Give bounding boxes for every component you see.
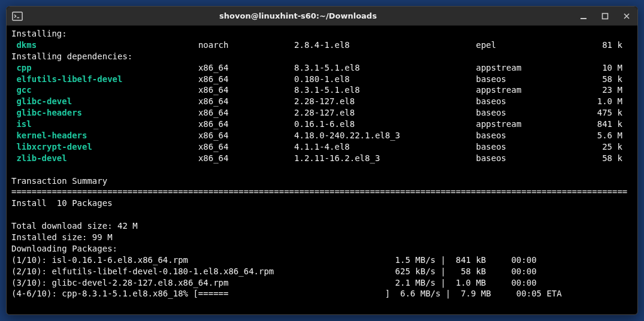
terminal-line: kernel-headers x86_64 4.18.0-240.22.1.el… xyxy=(11,130,633,141)
window-controls xyxy=(573,7,637,26)
terminal-line: ========================================… xyxy=(11,186,633,198)
terminal-line: glibc-devel x86_64 2.28-127.el8 baseos 1… xyxy=(11,96,633,107)
titlebar: shovon@linuxhint-s60:~/Downloads xyxy=(7,7,637,26)
terminal-line: Transaction Summary xyxy=(11,175,633,187)
svg-rect-2 xyxy=(603,13,608,19)
terminal-line: zlib-devel x86_64 1.2.11-16.2.el8_3 base… xyxy=(11,153,633,164)
terminal-line: dkms noarch 2.8.4-1.el8 epel 81 k xyxy=(11,40,633,51)
terminal-content[interactable]: Installing: dkms noarch 2.8.4-1.el8 epel… xyxy=(7,26,637,314)
terminal-icon xyxy=(11,10,23,22)
terminal-line: Installing dependencies: xyxy=(11,51,633,62)
terminal-line: Installing: xyxy=(11,28,633,40)
terminal-line: libxcrypt-devel x86_64 4.1.1-4.el8 baseo… xyxy=(11,141,633,153)
terminal-line: glibc-headers x86_64 2.28-127.el8 baseos… xyxy=(11,107,633,119)
terminal-line: (1/10): isl-0.16.1-6.el8.x86_64.rpm 1.5 … xyxy=(11,255,633,266)
terminal-line: Install 10 Packages xyxy=(11,198,633,209)
terminal-line xyxy=(11,164,633,175)
terminal-line: (3/10): glibc-devel-2.28-127.el8.x86_64.… xyxy=(11,277,633,289)
terminal-line: elfutils-libelf-devel x86_64 0.180-1.el8… xyxy=(11,74,633,85)
terminal-line: (2/10): elfutils-libelf-devel-0.180-1.el… xyxy=(11,266,633,277)
terminal-line: Installed size: 99 M xyxy=(11,232,633,243)
terminal-line: Downloading Packages: xyxy=(11,243,633,255)
terminal-line: isl x86_64 0.16.1-6.el8 appstream 841 k xyxy=(11,119,633,130)
svg-rect-0 xyxy=(13,12,22,20)
terminal-line: cpp x86_64 8.3.1-5.1.el8 appstream 10 M xyxy=(11,62,633,74)
terminal-line: gcc x86_64 8.3.1-5.1.el8 appstream 23 M xyxy=(11,84,633,96)
close-button[interactable] xyxy=(616,7,637,26)
maximize-button[interactable] xyxy=(594,7,616,26)
window-title: shovon@linuxhint-s60:~/Downloads xyxy=(23,11,573,20)
terminal-line: (4-6/10): cpp-8.3.1-5.1.el8.x86_18% [===… xyxy=(11,288,633,299)
svg-rect-1 xyxy=(580,18,586,19)
terminal-window: shovon@linuxhint-s60:~/Downloads Install… xyxy=(6,6,638,315)
minimize-button[interactable] xyxy=(573,7,594,26)
terminal-line: Total download size: 42 M xyxy=(11,220,633,232)
terminal-line xyxy=(11,209,633,220)
